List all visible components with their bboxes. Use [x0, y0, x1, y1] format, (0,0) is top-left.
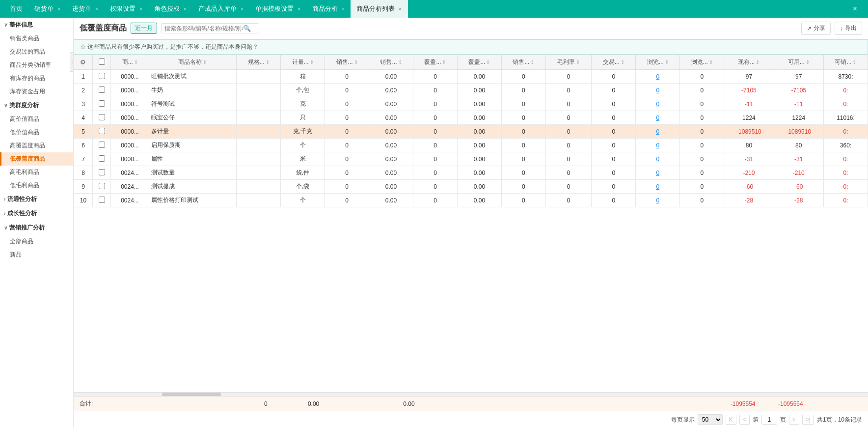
- nav-product-storage[interactable]: 产成品入库单 ×: [192, 0, 249, 18]
- table-settings-icon[interactable]: ⚙: [80, 58, 86, 66]
- col-code[interactable]: 商...⇕: [111, 55, 149, 70]
- sidebar-section-growth[interactable]: › 成长性分析: [0, 206, 73, 221]
- share-button[interactable]: ↗ 分享: [801, 22, 831, 35]
- sidebar-item-low-value[interactable]: 低价值商品: [0, 126, 73, 139]
- row-checkbox[interactable]: [92, 180, 110, 194]
- sidebar-section-circulation[interactable]: › 流通性分析: [0, 192, 73, 206]
- row-select-checkbox[interactable]: [99, 73, 105, 79]
- row-select-checkbox[interactable]: [99, 86, 105, 93]
- sidebar-section-cluster[interactable]: ∨ 类群度分析: [0, 98, 73, 113]
- row-browse1[interactable]: 0: [636, 180, 680, 194]
- scrollbar-area[interactable]: [74, 392, 868, 396]
- row-checkbox[interactable]: [92, 84, 110, 97]
- col-sellable[interactable]: 可销...⇕: [823, 55, 868, 70]
- table-wrapper[interactable]: ⚙ 商...⇕ 商品名称⇕ 规格...⇕ 计量...⇕ 销售...⇕ 销售...…: [74, 55, 868, 392]
- row-browse1[interactable]: 0: [636, 152, 680, 166]
- close-template-icon[interactable]: ×: [298, 6, 300, 12]
- sidebar-item-high-value[interactable]: 高价值商品: [0, 113, 73, 126]
- row-browse1[interactable]: 0: [636, 194, 680, 207]
- col-sales-amount[interactable]: 销售...⇕: [369, 55, 413, 70]
- nav-analysis[interactable]: 商品分析 ×: [306, 0, 351, 18]
- prev-page-button[interactable]: <: [739, 415, 750, 425]
- col-browse1[interactable]: 浏览...⇕: [636, 55, 680, 70]
- sidebar-item-traded-goods[interactable]: 交易过的商品: [0, 45, 73, 58]
- nav-home[interactable]: 首页: [4, 0, 28, 18]
- col-coverage2[interactable]: 覆盖...⇕: [457, 55, 501, 70]
- row-checkbox[interactable]: [92, 111, 110, 125]
- row-browse1[interactable]: 0: [636, 97, 680, 111]
- col-sales-q[interactable]: 销售...⇕: [501, 55, 545, 70]
- per-page-select[interactable]: 50 100 200: [698, 414, 723, 425]
- col-checkbox[interactable]: [92, 55, 110, 70]
- col-spec[interactable]: 规格...⇕: [237, 55, 281, 70]
- close-roles-icon[interactable]: ×: [184, 6, 187, 12]
- search-icon[interactable]: 🔍: [243, 25, 251, 32]
- col-settings[interactable]: ⚙: [74, 55, 93, 70]
- row-select-checkbox[interactable]: [99, 142, 105, 148]
- col-gross[interactable]: 毛利率⇕: [545, 55, 591, 70]
- col-sales-count[interactable]: 销售...⇕: [325, 55, 369, 70]
- close-sales-icon[interactable]: ×: [57, 6, 60, 12]
- col-trade[interactable]: 交易...⇕: [592, 55, 636, 70]
- close-product-icon[interactable]: ×: [241, 6, 244, 12]
- sidebar-item-all-goods[interactable]: 全部商品: [0, 235, 73, 248]
- close-analysis-list-icon[interactable]: ×: [399, 6, 402, 12]
- sidebar-item-low-profit[interactable]: 低毛利商品: [0, 179, 73, 192]
- row-browse1[interactable]: 0: [636, 70, 680, 84]
- close-purchase-icon[interactable]: ×: [95, 6, 98, 12]
- col-name[interactable]: 商品名称⇕: [149, 55, 236, 70]
- row-checkbox[interactable]: [92, 97, 110, 111]
- col-current[interactable]: 现有...⇕: [724, 55, 774, 70]
- sidebar-item-high-coverage[interactable]: 高覆盖度商品: [0, 139, 73, 152]
- col-unit[interactable]: 计量...⇕: [281, 55, 325, 70]
- row-browse1[interactable]: 0: [636, 166, 680, 180]
- row-select-checkbox[interactable]: [99, 114, 105, 120]
- col-available[interactable]: 可用...⇕: [774, 55, 823, 70]
- row-select-checkbox[interactable]: [99, 169, 105, 175]
- row-select-checkbox[interactable]: [99, 155, 105, 162]
- sidebar-item-new-goods[interactable]: 新品: [0, 248, 73, 261]
- close-analysis-icon[interactable]: ×: [342, 6, 345, 12]
- row-select-checkbox[interactable]: [99, 100, 105, 107]
- filter-period-button[interactable]: 近一月: [131, 23, 157, 34]
- row-checkbox[interactable]: [92, 152, 110, 166]
- first-page-button[interactable]: K: [726, 415, 736, 425]
- row-select-checkbox[interactable]: [99, 128, 105, 134]
- next-page-button[interactable]: >: [789, 415, 799, 425]
- window-close-button[interactable]: ×: [846, 0, 864, 18]
- page-number-input[interactable]: [761, 415, 777, 425]
- close-permissions-icon[interactable]: ×: [139, 6, 142, 12]
- row-checkbox[interactable]: [92, 166, 110, 180]
- row-browse1[interactable]: 0: [636, 139, 680, 152]
- nav-purchase[interactable]: 进货单 ×: [66, 0, 104, 18]
- row-checkbox[interactable]: [92, 70, 110, 84]
- sidebar-item-high-profit[interactable]: 高毛利商品: [0, 166, 73, 179]
- col-browse2[interactable]: 浏览...⇕: [680, 55, 724, 70]
- sidebar-item-stock-capital[interactable]: 库存资金占用: [0, 85, 73, 98]
- select-all-checkbox[interactable]: [99, 58, 105, 65]
- col-coverage1[interactable]: 覆盖...⇕: [413, 55, 457, 70]
- row-checkbox[interactable]: [92, 125, 110, 139]
- sidebar-item-low-coverage[interactable]: 低覆盖度商品: [0, 152, 73, 166]
- search-input[interactable]: [164, 25, 243, 32]
- row-browse1[interactable]: 0: [636, 84, 680, 97]
- export-button[interactable]: ↓ 导出: [835, 22, 862, 35]
- nav-template[interactable]: 单据模板设置 ×: [249, 0, 306, 18]
- nav-permissions[interactable]: 权限设置 ×: [104, 0, 148, 18]
- row-browse1[interactable]: 0: [636, 125, 680, 139]
- row-checkbox[interactable]: [92, 194, 110, 207]
- row-select-checkbox[interactable]: [99, 183, 105, 189]
- sidebar-item-sales-goods[interactable]: 销售类商品: [0, 32, 73, 45]
- row-select-checkbox[interactable]: [99, 197, 105, 203]
- nav-analysis-list[interactable]: 商品分析列表 ×: [351, 0, 407, 18]
- last-page-button[interactable]: >|: [802, 415, 814, 425]
- sidebar-section-marketing[interactable]: ∨ 营销推广分析: [0, 221, 73, 235]
- nav-sales[interactable]: 销货单 ×: [28, 0, 66, 18]
- row-browse1[interactable]: 0: [636, 111, 680, 125]
- nav-roles[interactable]: 角色授权 ×: [148, 0, 192, 18]
- sidebar-item-category-rate[interactable]: 商品分类动销率: [0, 58, 73, 72]
- sidebar-item-stock-goods[interactable]: 有库存的商品: [0, 72, 73, 85]
- sidebar-collapse-button[interactable]: «: [70, 52, 74, 72]
- sidebar-section-overall[interactable]: ∨ 整体信息: [0, 18, 73, 32]
- row-checkbox[interactable]: [92, 139, 110, 152]
